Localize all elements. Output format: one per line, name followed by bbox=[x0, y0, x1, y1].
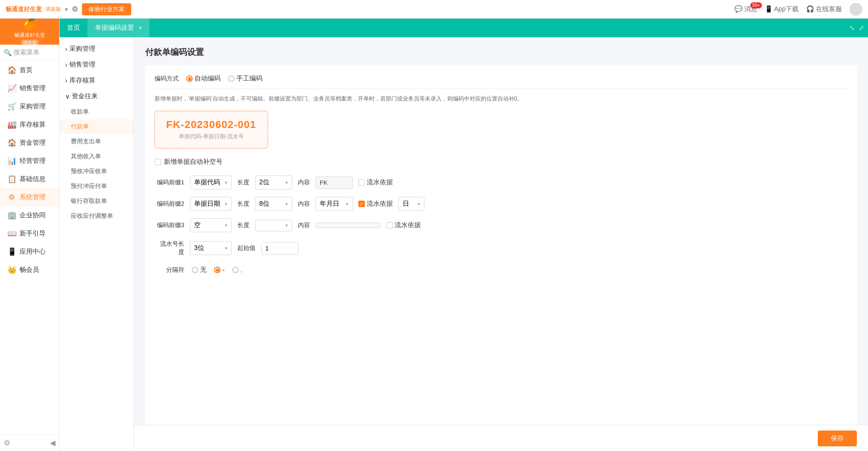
prefix2-waterflow-label: 流水依据 bbox=[367, 200, 393, 208]
prefix1-content-label: 内容 bbox=[298, 178, 310, 187]
prefix2-day-select[interactable]: 日 ▾ bbox=[398, 197, 424, 211]
manual-encode-radio[interactable] bbox=[228, 75, 235, 82]
prefix3-content-value bbox=[316, 222, 381, 228]
sidebar-item-sales[interactable]: 📈 销售管理 bbox=[0, 79, 59, 97]
online-service[interactable]: 🎧 在线客服 bbox=[806, 5, 842, 13]
main-layout: 🍊 畅通道好生意 插旋版 🔍 搜索菜单 🏠 首页 📈 销售管理 🛒 采购管理 🏭 bbox=[0, 19, 868, 451]
inventory-label: 库存核算 bbox=[20, 121, 46, 129]
sec-group-inventory[interactable]: › 库存核算 bbox=[60, 73, 134, 88]
auto-encode-radio[interactable] bbox=[186, 75, 193, 82]
sidebar-item-purchase[interactable]: 🛒 采购管理 bbox=[0, 97, 59, 115]
start-input[interactable] bbox=[261, 242, 298, 255]
online-service-label: 在线客服 bbox=[816, 5, 842, 13]
finance-icon: 🏠 bbox=[7, 138, 16, 147]
prefix3-waterflow-checkbox[interactable] bbox=[386, 222, 393, 229]
inventory-arrow-icon: › bbox=[65, 77, 67, 84]
prefix2-row: 编码前缀2 单据日期 ▾ 长度 8位 ▾ 内容 年月日 bbox=[155, 197, 848, 211]
sep-none-option[interactable]: 无 bbox=[192, 266, 207, 274]
sep-none-label: 无 bbox=[200, 266, 207, 274]
prefix1-arrow-icon: ▾ bbox=[225, 180, 228, 186]
sidebar-bottom: ⚙ ◀ bbox=[0, 434, 59, 451]
sec-item-other-income[interactable]: 其他收入单 bbox=[60, 149, 134, 164]
tab-current[interactable]: 单据编码设置 × bbox=[87, 19, 149, 37]
settings-icon[interactable]: ⚙ bbox=[72, 5, 78, 13]
inventory-icon: 🏭 bbox=[7, 120, 16, 129]
encode-mode-label: 编码方式 bbox=[155, 74, 179, 83]
prefix2-content-arrow-icon: ▾ bbox=[346, 201, 349, 207]
save-button[interactable]: 保存 bbox=[818, 431, 857, 446]
message-icon: 💬 bbox=[734, 5, 742, 13]
auto-fill-label: 新增单据自动补空号 bbox=[164, 158, 222, 166]
prefix2-length-select[interactable]: 8位 ▾ bbox=[255, 197, 292, 211]
content-wrapper: 首页 单据编码设置 × ⤡ ⤢ › 采购管理 bbox=[60, 19, 868, 451]
sep-dot-radio[interactable] bbox=[232, 267, 239, 273]
sidebar-item-member[interactable]: 👑 畅会员 bbox=[0, 261, 59, 279]
sec-group-finance: ∨ 资金往来 收款单 付款单 费用支出单 其他收入单 预收冲应收单 预付冲应付单… bbox=[60, 88, 134, 223]
sec-item-adjustment[interactable]: 应收应付调整单 bbox=[60, 209, 134, 223]
sec-item-expense[interactable]: 费用支出单 bbox=[60, 134, 134, 149]
settings-bottom-icon[interactable]: ⚙ bbox=[4, 438, 10, 447]
collapse-icon[interactable]: ◀ bbox=[50, 438, 55, 447]
prefix2-select[interactable]: 单据日期 ▾ bbox=[190, 197, 232, 211]
prefix2-content-select[interactable]: 年月日 ▾ bbox=[316, 197, 353, 211]
tab-shrink-icon[interactable]: ⤡ bbox=[849, 24, 855, 32]
sidebar-item-system[interactable]: ⚙ 系统管理 bbox=[0, 188, 59, 206]
separator-row: 分隔符 无 - . bbox=[155, 266, 848, 274]
sidebar-item-inventory[interactable]: 🏭 库存核算 bbox=[0, 115, 59, 134]
dropdown-arrow-icon[interactable]: ▾ bbox=[65, 6, 68, 13]
tab-close-icon[interactable]: × bbox=[139, 25, 142, 31]
sec-group-inventory-header[interactable]: › 库存核算 bbox=[60, 73, 134, 88]
sidebar-item-home[interactable]: 🏠 首页 bbox=[0, 61, 59, 79]
sidebar-item-enterprise[interactable]: 🏢 企业协同 bbox=[0, 206, 59, 224]
prefix1-content-value: FK bbox=[316, 176, 353, 189]
tab-expand-icon[interactable]: ⤢ bbox=[859, 24, 864, 32]
prefix3-length-arrow-icon: ▾ bbox=[285, 222, 288, 229]
sep-dot-option[interactable]: . bbox=[232, 266, 242, 274]
finance-group-label: 资金往来 bbox=[72, 92, 98, 101]
sec-item-payment[interactable]: 付款单 bbox=[60, 119, 134, 134]
sidebar-item-newbie[interactable]: 📖 新手引导 bbox=[0, 224, 59, 242]
app-download[interactable]: 📱 App下载 bbox=[765, 5, 799, 13]
sec-item-receipt[interactable]: 收款单 bbox=[60, 104, 134, 119]
trial-button[interactable]: 体验行业方案 bbox=[82, 3, 131, 15]
prefix1-length-select[interactable]: 2位 ▾ bbox=[255, 175, 292, 189]
tab-home[interactable]: 首页 bbox=[60, 19, 87, 37]
preview-desc: 单据代码-单据日期-流水号 bbox=[179, 133, 244, 141]
auto-encode-option[interactable]: 自动编码 bbox=[186, 74, 221, 83]
sec-group-finance-header[interactable]: ∨ 资金往来 bbox=[60, 88, 134, 104]
prefix1-select[interactable]: 单据代码 ▾ bbox=[190, 175, 232, 189]
sep-dash-option[interactable]: - bbox=[214, 266, 225, 274]
prefix1-label: 编码前缀1 bbox=[155, 178, 184, 187]
sec-group-purchase[interactable]: › 采购管理 bbox=[60, 41, 134, 57]
auto-encode-label: 自动编码 bbox=[195, 74, 221, 83]
sec-item-prepay-payable[interactable]: 预付冲应付单 bbox=[60, 179, 134, 194]
user-avatar[interactable] bbox=[849, 3, 862, 16]
message-wrap[interactable]: 💬 消息 99+ bbox=[734, 5, 757, 13]
app-subtitle: 插旋版 bbox=[46, 6, 61, 13]
sidebar-item-base[interactable]: 📋 基础信息 bbox=[0, 170, 59, 188]
prefix3-length-select[interactable]: ▾ bbox=[255, 220, 292, 231]
auto-fill-checkbox[interactable] bbox=[155, 159, 161, 165]
sec-item-bank[interactable]: 银行存取款单 bbox=[60, 194, 134, 209]
sidebar-item-operations[interactable]: 📊 经营管理 bbox=[0, 152, 59, 170]
sec-group-purchase-header[interactable]: › 采购管理 bbox=[60, 41, 134, 57]
purchase-icon: 🛒 bbox=[7, 102, 16, 111]
sales-arrow-icon: › bbox=[65, 61, 67, 68]
prefix3-value: 空 bbox=[194, 221, 201, 229]
sep-dash-radio[interactable] bbox=[214, 267, 221, 273]
sep-none-radio[interactable] bbox=[192, 267, 198, 273]
prefix3-select[interactable]: 空 ▾ bbox=[190, 218, 232, 232]
prefix2-waterflow-checkbox[interactable]: ✓ bbox=[358, 201, 365, 207]
sidebar-item-finance[interactable]: 🏠 资金管理 bbox=[0, 134, 59, 152]
prefix1-waterflow-checkbox[interactable] bbox=[358, 179, 365, 186]
inventory-group-label: 库存核算 bbox=[69, 76, 95, 85]
sec-item-prepay-receivable[interactable]: 预收冲应收单 bbox=[60, 164, 134, 179]
sec-group-sales-header[interactable]: › 销售管理 bbox=[60, 57, 134, 73]
sidebar-search[interactable]: 🔍 搜索菜单 bbox=[0, 45, 59, 61]
sec-group-sales[interactable]: › 销售管理 bbox=[60, 57, 134, 73]
serial-select[interactable]: 3位 ▾ bbox=[190, 241, 232, 255]
prefix2-label: 编码前缀2 bbox=[155, 200, 184, 208]
sidebar-item-apps[interactable]: 📱 应用中心 bbox=[0, 242, 59, 261]
prefix2-arrow-icon: ▾ bbox=[225, 201, 228, 207]
manual-encode-option[interactable]: 手工编码 bbox=[228, 74, 262, 83]
